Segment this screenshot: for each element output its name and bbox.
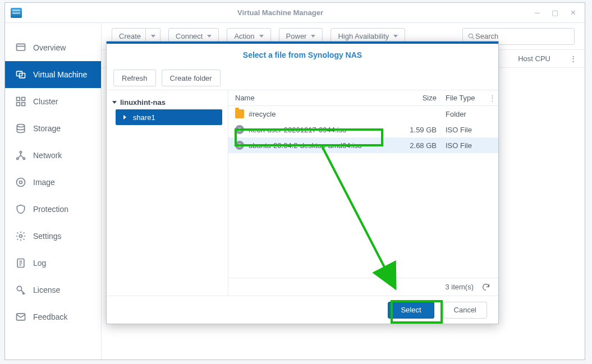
chevron-down-icon	[112, 101, 117, 104]
app-icon	[11, 8, 22, 18]
chevron-down-icon	[207, 35, 212, 38]
license-icon	[15, 284, 26, 296]
sidebar-item-virtual-machine[interactable]: Virtual Machine	[5, 61, 101, 88]
dialog-title: Select a file from Synology NAS	[107, 44, 498, 66]
chevron-down-icon	[393, 35, 398, 38]
svg-rect-0	[17, 44, 25, 50]
network-icon	[15, 150, 26, 161]
overview-icon	[15, 42, 26, 53]
button-label: Create	[119, 32, 141, 40]
file-type: ISO File	[442, 126, 486, 134]
svg-point-12	[20, 181, 22, 184]
item-count: 3 item(s)	[445, 283, 474, 291]
column-menu-button[interactable]: ⋮	[562, 54, 585, 63]
file-list: Name Size File Type ⋮ #recycleFolderneon…	[228, 90, 498, 296]
dialog-footer: Select Cancel	[107, 296, 498, 324]
button-label: High Availability	[338, 32, 389, 40]
sidebar-item-license[interactable]: License	[5, 277, 101, 303]
protection-icon	[15, 204, 26, 215]
sidebar-item-feedback[interactable]: Feedback	[5, 303, 101, 330]
refresh-button[interactable]: Refresh	[113, 70, 156, 86]
button-label: Power	[286, 32, 307, 40]
file-list-header: Name Size File Type ⋮	[228, 90, 498, 106]
disc-icon	[235, 125, 244, 134]
dialog-status-bar: 3 item(s)	[228, 278, 498, 296]
maximize-button[interactable]: ▢	[551, 9, 559, 17]
column-host-cpu[interactable]: Host CPU	[518, 54, 562, 63]
disc-icon	[235, 141, 244, 150]
sidebar-item-label: Feedback	[33, 312, 67, 321]
search-icon	[467, 33, 475, 40]
svg-rect-6	[22, 103, 25, 106]
folder-tree: linuxhint-nas share1	[107, 90, 228, 296]
file-name: neon-user-20201217-0944.iso	[249, 126, 346, 134]
log-icon	[15, 257, 26, 269]
svg-rect-3	[17, 98, 20, 101]
button-label: Action	[234, 32, 254, 40]
folder-icon	[235, 109, 244, 118]
sidebar-item-storage[interactable]: Storage	[5, 115, 101, 142]
minimize-button[interactable]: ─	[533, 9, 541, 17]
file-name: ubuntu-20.04.2-desktop-amd64.iso	[249, 141, 362, 150]
gear-icon	[15, 231, 26, 242]
file-type: ISO File	[442, 141, 486, 150]
file-picker-dialog: Select a file from Synology NAS Refresh …	[106, 41, 499, 324]
sidebar-item-settings[interactable]: Settings	[5, 223, 101, 250]
sidebar-item-label: Overview	[33, 43, 66, 52]
image-icon	[15, 177, 26, 188]
file-row[interactable]: ubuntu-20.04.2-desktop-amd64.iso2.68 GBI…	[228, 137, 498, 153]
virtual-machine-icon	[15, 69, 26, 80]
cancel-button[interactable]: Cancel	[443, 302, 487, 319]
dialog-toolbar: Refresh Create folder	[107, 66, 498, 90]
sidebar-item-label: Settings	[33, 232, 62, 241]
chevron-right-icon	[123, 115, 129, 119]
tree-root[interactable]: linuxhint-nas	[112, 95, 222, 109]
create-folder-button[interactable]: Create folder	[162, 70, 221, 86]
svg-rect-4	[22, 98, 25, 101]
svg-point-17	[469, 34, 472, 38]
window-title: Virtual Machine Manager	[27, 8, 533, 17]
sidebar-item-network[interactable]: Network	[5, 142, 101, 169]
sidebar-item-label: Storage	[33, 124, 61, 133]
search-input[interactable]	[475, 32, 570, 40]
chevron-down-icon	[259, 35, 264, 38]
svg-rect-5	[17, 103, 20, 106]
sidebar: Overview Virtual Machine Cluster Storage	[5, 23, 102, 360]
tree-item-share1[interactable]: share1	[116, 109, 222, 125]
sidebar-item-label: License	[33, 285, 60, 294]
sidebar-item-protection[interactable]: Protection	[5, 196, 101, 223]
column-size[interactable]: Size	[397, 94, 442, 102]
app-window: Virtual Machine Manager ─ ▢ ✕ Overview V…	[4, 2, 585, 360]
title-bar: Virtual Machine Manager ─ ▢ ✕	[5, 3, 585, 23]
svg-point-11	[17, 178, 25, 187]
sidebar-item-label: Cluster	[33, 97, 58, 106]
svg-point-13	[20, 235, 22, 238]
svg-point-8	[20, 151, 21, 153]
button-label: Connect	[176, 32, 203, 40]
tree-root-label: linuxhint-nas	[120, 98, 166, 107]
select-button[interactable]: Select	[388, 302, 434, 319]
column-name[interactable]: Name	[228, 94, 397, 102]
file-row[interactable]: #recycleFolder	[228, 106, 498, 122]
sidebar-item-cluster[interactable]: Cluster	[5, 88, 101, 115]
storage-icon	[15, 123, 26, 134]
refresh-icon[interactable]	[481, 283, 490, 292]
file-size: 1.59 GB	[397, 126, 442, 134]
file-size: 2.68 GB	[397, 141, 442, 150]
close-button[interactable]: ✕	[569, 9, 577, 17]
file-name: #recycle	[249, 110, 276, 118]
sidebar-item-overview[interactable]: Overview	[5, 34, 101, 61]
sidebar-item-label: Image	[33, 178, 55, 187]
cluster-icon	[15, 96, 26, 107]
chevron-down-icon	[311, 35, 315, 38]
sidebar-item-label: Log	[33, 259, 46, 268]
column-menu-button[interactable]: ⋮	[486, 94, 498, 102]
file-row[interactable]: neon-user-20201217-0944.iso1.59 GBISO Fi…	[228, 122, 498, 137]
sidebar-item-label: Protection	[33, 205, 68, 214]
sidebar-item-label: Virtual Machine	[33, 70, 87, 79]
feedback-icon	[15, 311, 26, 322]
sidebar-item-image[interactable]: Image	[5, 169, 101, 196]
column-type[interactable]: File Type	[442, 94, 486, 102]
sidebar-item-log[interactable]: Log	[5, 250, 101, 277]
tree-item-label: share1	[133, 113, 155, 122]
